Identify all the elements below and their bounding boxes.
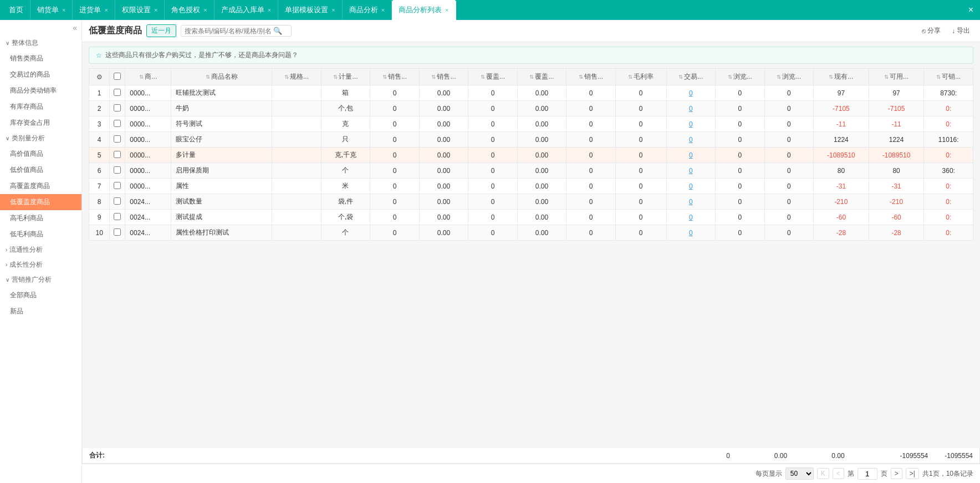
column-code[interactable]: ⇅商... — [125, 69, 171, 85]
row-checkbox[interactable] — [114, 120, 121, 127]
prev-page-button[interactable]: < — [833, 468, 844, 479]
row-checkbox[interactable] — [114, 135, 121, 143]
column-spec[interactable]: ⇅规格... — [272, 69, 321, 85]
nav-tab-purchase[interactable]: 进货单 × — [73, 0, 115, 20]
row-checkbox[interactable] — [114, 166, 121, 174]
select-all-checkbox[interactable] — [114, 73, 121, 80]
nav-tab-roles[interactable]: 角色授权 × — [165, 0, 214, 20]
sidebar-item-sales-goods[interactable]: 销售类商品 — [0, 50, 81, 67]
cell-checkbox[interactable] — [110, 225, 125, 241]
nav-tab-goods-analysis-list[interactable]: 商品分析列表 × — [392, 0, 456, 20]
last-page-button[interactable]: >| — [906, 468, 919, 479]
nav-tab-template[interactable]: 单据模板设置 × — [278, 0, 342, 20]
cell-trade[interactable]: 0 — [666, 148, 716, 163]
close-icon[interactable]: × — [445, 7, 448, 13]
cell-checkbox[interactable] — [110, 85, 125, 101]
cell-checkbox[interactable] — [110, 116, 125, 132]
column-sales-qty[interactable]: ⇅销售... — [370, 69, 420, 85]
column-browse1[interactable]: ⇅浏览... — [716, 69, 765, 85]
cell-trade[interactable]: 0 — [666, 132, 716, 148]
cell-trade[interactable]: 0 — [666, 225, 716, 241]
cell-trade[interactable]: 0 — [666, 163, 716, 179]
sidebar-item-low-coverage[interactable]: 低覆盖度商品 — [0, 194, 81, 210]
close-all-button[interactable]: × — [964, 5, 978, 15]
sidebar-item-traded-goods[interactable]: 交易过的商品 — [0, 67, 81, 83]
sidebar-section-marketing[interactable]: ∨ 营销推广分析 — [0, 272, 81, 287]
cell-browse2: 0 — [764, 116, 814, 132]
close-icon[interactable]: × — [331, 7, 335, 13]
row-checkbox[interactable] — [114, 89, 121, 96]
page-size-select[interactable]: 50 20 100 200 — [785, 467, 814, 480]
close-icon[interactable]: × — [104, 7, 108, 13]
column-sales-amt[interactable]: ⇅销售... — [419, 69, 468, 85]
cell-trade[interactable]: 0 — [666, 194, 716, 210]
nav-tab-goods-analysis[interactable]: 商品分析 × — [343, 0, 392, 20]
row-checkbox[interactable] — [114, 151, 121, 158]
cell-checkbox[interactable] — [110, 210, 125, 225]
row-checkbox[interactable] — [114, 197, 121, 205]
sidebar-item-all-goods[interactable]: 全部商品 — [0, 287, 81, 303]
column-cov2[interactable]: ⇅覆盖... — [517, 69, 566, 85]
sidebar-section-flow[interactable]: › 流通性分析 — [0, 242, 81, 257]
row-checkbox[interactable] — [114, 228, 121, 236]
sidebar-item-high-value[interactable]: 高价值商品 — [0, 146, 81, 162]
sidebar-item-high-profit[interactable]: 高毛利商品 — [0, 210, 81, 226]
search-box[interactable]: 🔍 — [181, 25, 292, 37]
column-unit[interactable]: ⇅计量... — [321, 69, 370, 85]
row-checkbox[interactable] — [114, 182, 121, 189]
close-icon[interactable]: × — [62, 7, 65, 13]
cell-checkbox[interactable] — [110, 163, 125, 179]
sidebar-section-growth[interactable]: › 成长性分析 — [0, 257, 81, 272]
column-gross-rate[interactable]: ⇅毛利率 — [615, 69, 666, 85]
sidebar-item-low-value[interactable]: 低价值商品 — [0, 162, 81, 178]
cell-checkbox[interactable] — [110, 194, 125, 210]
nav-tab-production[interactable]: 产成品入库单 × — [215, 0, 278, 20]
sidebar-section-whole-info[interactable]: ∨ 整体信息 — [0, 35, 81, 50]
cell-trade[interactable]: 0 — [666, 116, 716, 132]
cell-trade[interactable]: 0 — [666, 101, 716, 116]
column-cov1[interactable]: ⇅覆盖... — [468, 69, 518, 85]
cell-trade[interactable]: 0 — [666, 179, 716, 194]
nav-tab-permissions[interactable]: 权限设置 × — [115, 0, 165, 20]
column-current-stock[interactable]: ⇅现有... — [814, 69, 869, 85]
export-button[interactable]: ↓ 导出 — [948, 25, 973, 37]
sidebar-collapse-button[interactable]: « — [0, 20, 81, 35]
close-icon[interactable]: × — [381, 7, 385, 13]
page-number-input[interactable] — [858, 468, 877, 480]
sidebar-item-goods-activity[interactable]: 商品分类动销率 — [0, 83, 81, 99]
search-input[interactable] — [185, 27, 273, 35]
first-page-button[interactable]: K — [817, 468, 829, 479]
sidebar-item-has-stock[interactable]: 有库存商品 — [0, 99, 81, 115]
sidebar-item-high-coverage[interactable]: 高覆盖度商品 — [0, 178, 81, 194]
table-container[interactable]: ⚙ ⇅商... ⇅商品名称 ⇅规格... ⇅计量... ⇅销售... ⇅销售..… — [89, 68, 973, 444]
cell-spec — [272, 85, 321, 101]
sidebar-section-quality[interactable]: ∨ 类别量分析 — [0, 131, 81, 146]
cell-trade[interactable]: 0 — [666, 210, 716, 225]
column-sellable[interactable]: ⇅可销... — [924, 69, 973, 85]
row-checkbox[interactable] — [114, 104, 121, 111]
column-checkbox[interactable] — [110, 69, 125, 85]
column-trade[interactable]: ⇅交易... — [666, 69, 716, 85]
sidebar-item-stock-capital[interactable]: 库存资金占用 — [0, 115, 81, 131]
cell-checkbox[interactable] — [110, 148, 125, 163]
nav-tab-home[interactable]: 首页 — [2, 0, 30, 20]
close-icon[interactable]: × — [203, 7, 207, 13]
column-name[interactable]: ⇅商品名称 — [171, 69, 272, 85]
column-sales-days[interactable]: ⇅销售... — [566, 69, 616, 85]
column-settings[interactable]: ⚙ — [89, 69, 110, 85]
row-checkbox[interactable] — [114, 213, 121, 220]
cell-checkbox[interactable] — [110, 179, 125, 194]
sidebar-item-low-profit[interactable]: 低毛利商品 — [0, 226, 81, 242]
next-page-button[interactable]: > — [891, 468, 902, 479]
time-filter-button[interactable]: 近一月 — [146, 24, 176, 37]
share-button[interactable]: ⎋ 分享 — [918, 25, 944, 37]
sidebar-item-new-goods[interactable]: 新品 — [0, 303, 81, 319]
cell-checkbox[interactable] — [110, 101, 125, 116]
nav-tab-sales[interactable]: 销货单 × — [30, 0, 73, 20]
column-browse2[interactable]: ⇅浏览... — [764, 69, 814, 85]
close-icon[interactable]: × — [154, 7, 157, 13]
close-icon[interactable]: × — [268, 7, 271, 13]
cell-trade[interactable]: 0 — [666, 85, 716, 101]
column-available[interactable]: ⇅可用... — [869, 69, 924, 85]
cell-checkbox[interactable] — [110, 132, 125, 148]
